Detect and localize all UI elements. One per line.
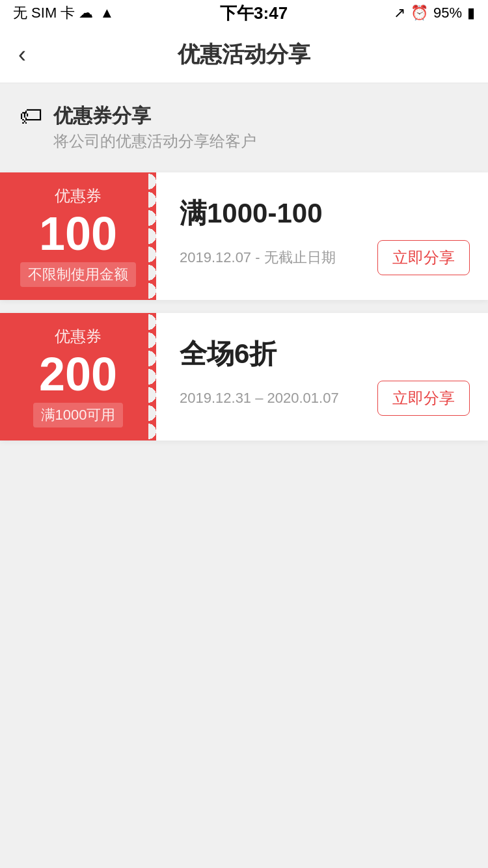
- coupon-amount-1: 200: [39, 351, 117, 398]
- status-time: 下午3:47: [220, 2, 288, 25]
- coupon-amount-0: 100: [39, 210, 117, 257]
- coupon-left-1: 优惠券 200 满1000可用: [0, 313, 156, 441]
- coupon-condition-0: 不限制使用金额: [20, 262, 136, 287]
- coupon-list: 优惠券 100 不限制使用金额 满1000-100 2019.12.07 - 无…: [0, 162, 488, 464]
- coupon-name-1: 全场6折: [180, 338, 470, 370]
- section-header: 🏷 优惠券分享 将公司的优惠活动分享给客户: [0, 83, 488, 162]
- coupon-condition-1: 满1000可用: [33, 403, 124, 427]
- coupon-left-0: 优惠券 100 不限制使用金额: [0, 172, 156, 300]
- location-icon: ↗: [394, 5, 405, 21]
- page-title: 优惠活动分享: [178, 40, 310, 70]
- battery-icon: ▮: [467, 5, 475, 21]
- status-right: ↗ ⏰ 95% ▮: [394, 5, 475, 21]
- coupon-right-0: 满1000-100 2019.12.07 - 无截止日期 立即分享: [156, 172, 488, 300]
- coupon-date-0: 2019.12.07 - 无截止日期: [180, 248, 367, 267]
- nav-bar: ‹ 优惠活动分享: [0, 26, 488, 83]
- no-sim-text: 无 SIM 卡 ☁: [13, 3, 93, 23]
- coupon-card: 优惠券 100 不限制使用金额 满1000-100 2019.12.07 - 无…: [0, 172, 488, 300]
- back-button[interactable]: ‹: [18, 41, 26, 68]
- coupon-label-1: 优惠券: [55, 326, 102, 347]
- wifi-icon: ▲: [100, 5, 114, 21]
- coupon-card: 优惠券 200 满1000可用 全场6折 2019.12.31 – 2020.0…: [0, 313, 488, 441]
- status-bar: 无 SIM 卡 ☁ ▲ 下午3:47 ↗ ⏰ 95% ▮: [0, 0, 488, 26]
- coupon-label-0: 优惠券: [55, 185, 102, 206]
- coupon-name-0: 满1000-100: [180, 197, 470, 230]
- status-left: 无 SIM 卡 ☁ ▲: [13, 3, 114, 23]
- coupon-date-1: 2019.12.31 – 2020.01.07: [180, 390, 367, 407]
- section-title: 优惠券分享: [53, 103, 256, 128]
- share-button-1[interactable]: 立即分享: [377, 381, 470, 416]
- bottom-area: [0, 464, 488, 789]
- section-subtitle: 将公司的优惠活动分享给客户: [53, 131, 256, 152]
- coupon-meta-row-0: 2019.12.07 - 无截止日期 立即分享: [180, 240, 470, 275]
- coupon-meta-row-1: 2019.12.31 – 2020.01.07 立即分享: [180, 381, 470, 416]
- coupon-right-1: 全场6折 2019.12.31 – 2020.01.07 立即分享: [156, 313, 488, 441]
- section-text: 优惠券分享 将公司的优惠活动分享给客户: [53, 103, 256, 152]
- battery-text: 95%: [433, 5, 462, 21]
- share-button-0[interactable]: 立即分享: [377, 240, 470, 275]
- coupon-icon: 🏷: [20, 104, 43, 128]
- alarm-icon: ⏰: [411, 5, 428, 21]
